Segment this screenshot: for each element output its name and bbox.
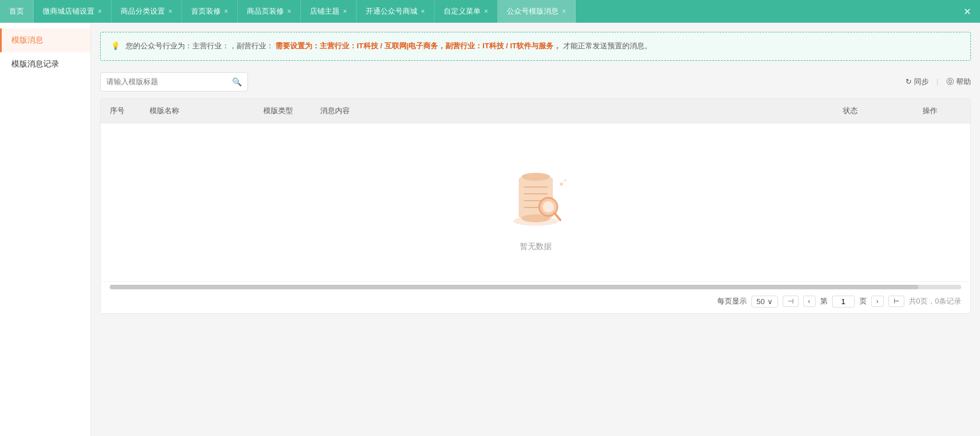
- col-header-content: 消息内容: [311, 99, 834, 123]
- nav-tab-store-settings[interactable]: 微商城店铺设置 ×: [34, 0, 111, 23]
- nav-tab-wechat-shop[interactable]: 开通公众号商城 ×: [357, 0, 435, 23]
- divider: |: [937, 77, 938, 86]
- content-area: 💡 您的公众号行业为：主营行业：，副营行业： 需要设置为：主营行业：IT科技 /…: [91, 23, 980, 436]
- close-icon[interactable]: ×: [484, 7, 488, 15]
- search-icon[interactable]: 🔍: [232, 77, 242, 86]
- empty-state-cell: 暂无数据: [101, 123, 970, 281]
- svg-point-8: [543, 201, 554, 213]
- notice-box: 💡 您的公众号行业为：主营行业：，副营行业： 需要设置为：主营行业：IT科技 /…: [100, 32, 971, 61]
- page-size-label: 每页显示: [717, 296, 747, 306]
- main-layout: 模版消息 模版消息记录 💡 您的公众号行业为：主营行业：，副营行业： 需要设置为…: [0, 23, 980, 436]
- sidebar-item-template-msg-records[interactable]: 模版消息记录: [0, 52, 90, 76]
- page-label: 第: [820, 296, 828, 306]
- help-button[interactable]: ⓪ 帮助: [946, 77, 971, 87]
- pagination: 每页显示 50 ∨ ⊣ ‹ 第 页 › ⊢ 共0页，0条记录: [101, 290, 970, 313]
- toolbar-right: ↻ 同步 | ⓪ 帮助: [905, 77, 971, 87]
- search-bar: 🔍 ↻ 同步 | ⓪ 帮助: [100, 72, 971, 92]
- chevron-down-icon: ∨: [767, 297, 773, 306]
- nav-tab-home[interactable]: 首页: [0, 0, 34, 23]
- close-icon[interactable]: ×: [287, 7, 291, 15]
- sidebar-item-template-msg[interactable]: 模版消息: [0, 28, 90, 52]
- svg-point-1: [522, 173, 550, 181]
- data-table: 序号 模版名称 模版类型 消息内容 状态 操作: [101, 99, 970, 282]
- nav-tab-product-decor[interactable]: 商品页装修 ×: [238, 0, 301, 23]
- svg-line-12: [563, 180, 565, 182]
- close-icon[interactable]: ×: [421, 7, 425, 15]
- next-page-button[interactable]: ›: [871, 296, 884, 307]
- prev-page-button[interactable]: ‹: [803, 296, 816, 307]
- search-input-wrap[interactable]: 🔍: [100, 72, 248, 92]
- col-header-type: 模版类型: [254, 99, 311, 123]
- col-header-index: 序号: [101, 99, 140, 123]
- total-info: 共0页，0条记录: [909, 296, 961, 306]
- sync-button[interactable]: ↻ 同步: [905, 77, 929, 87]
- bulb-icon: 💡: [111, 41, 120, 50]
- nav-tab-custom-menu[interactable]: 自定义菜单 ×: [435, 0, 498, 23]
- search-input[interactable]: [106, 77, 232, 86]
- sidebar: 模版消息 模版消息记录: [0, 23, 91, 436]
- empty-illustration: [502, 164, 570, 232]
- svg-point-10: [560, 182, 563, 186]
- page-input[interactable]: [832, 296, 855, 308]
- horizontal-scrollbar[interactable]: [101, 282, 970, 289]
- nav-tab-template-msg[interactable]: 公众号模版消息 ×: [498, 0, 576, 23]
- close-icon[interactable]: ×: [224, 7, 228, 15]
- page-size-select[interactable]: 50 ∨: [751, 296, 778, 308]
- help-icon: ⓪: [946, 77, 954, 87]
- col-header-status: 状态: [834, 99, 913, 123]
- nav-tab-theme[interactable]: 店铺主题 ×: [301, 0, 357, 23]
- sync-icon: ↻: [905, 77, 912, 86]
- close-icon[interactable]: ×: [343, 7, 347, 15]
- close-icon[interactable]: ×: [168, 7, 172, 15]
- close-icon[interactable]: ×: [98, 7, 102, 15]
- nav-tab-category[interactable]: 商品分类设置 ×: [111, 0, 182, 23]
- close-icon[interactable]: ×: [562, 7, 566, 15]
- first-page-button[interactable]: ⊣: [783, 296, 799, 307]
- last-page-button[interactable]: ⊢: [888, 296, 904, 307]
- col-header-action: 操作: [913, 99, 970, 123]
- top-nav: 首页 微商城店铺设置 × 商品分类设置 × 首页装修 × 商品页装修 × 店铺主…: [0, 0, 980, 23]
- empty-state: 暂无数据: [110, 130, 961, 275]
- close-all-button[interactable]: ✕: [954, 6, 980, 17]
- table-wrapper: 序号 模版名称 模版类型 消息内容 状态 操作: [100, 98, 971, 314]
- col-header-name: 模版名称: [140, 99, 254, 123]
- page-unit: 页: [859, 296, 867, 306]
- nav-tab-home-decor[interactable]: 首页装修 ×: [182, 0, 238, 23]
- empty-text: 暂无数据: [520, 242, 552, 252]
